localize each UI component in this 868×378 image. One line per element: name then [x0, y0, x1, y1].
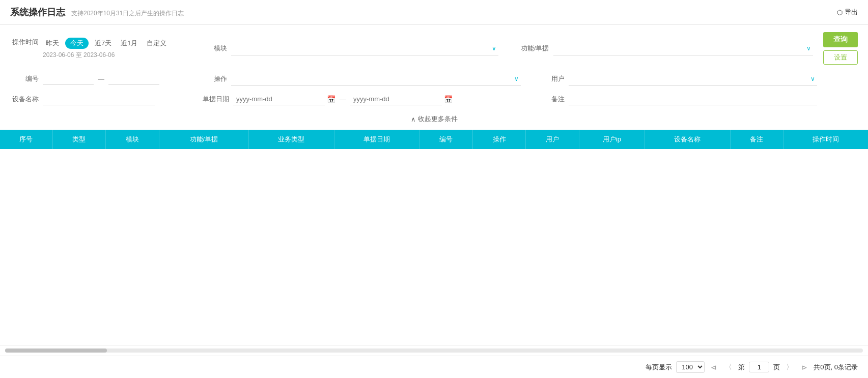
page-prev-button[interactable]: 〈 — [723, 362, 734, 373]
page-subtitle: 支持2020年10月31日之后产生的操作日志 — [71, 9, 184, 18]
col-type: 类型 — [52, 130, 105, 149]
time-btn-1month[interactable]: 近1月 — [118, 38, 141, 49]
module-label: 模块 — [199, 44, 227, 53]
user-select[interactable]: ∨ — [569, 72, 818, 86]
export-label: 导出 — [845, 8, 858, 17]
col-remark: 备注 — [730, 130, 783, 149]
empty-area — [0, 149, 868, 312]
col-index: 序号 — [0, 130, 52, 149]
filter-section: 操作时间 昨天 今天 近7天 近1月 自定义 2023-06-06 至 2023… — [0, 25, 868, 130]
filter-row-3: 设备名称 单据日期 📅 — 📅 备注 — [10, 93, 858, 105]
time-buttons-group: 昨天 今天 近7天 近1月 自定义 — [43, 38, 170, 49]
device-label: 设备名称 — [10, 95, 39, 104]
col-func: 功能/单据 — [159, 130, 248, 149]
filter-row-2: 编号 — 操作 ∨ 用户 ∨ — [10, 72, 858, 86]
date-dash: — — [340, 96, 346, 103]
remark-input[interactable] — [569, 93, 818, 105]
module-arrow-icon: ∨ — [492, 45, 496, 52]
func-arrow-icon: ∨ — [806, 45, 811, 52]
page-unit: 页 — [773, 363, 780, 372]
filter-row-1: 操作时间 昨天 今天 近7天 近1月 自定义 2023-06-06 至 2023… — [10, 32, 858, 65]
scrollbar-area — [0, 345, 868, 356]
date-range-display: 2023-06-06 至 2023-06-06 — [43, 51, 170, 60]
operation-arrow-icon: ∨ — [514, 75, 519, 82]
user-arrow-icon: ∨ — [810, 75, 815, 82]
operation-label: 操作 — [199, 74, 227, 83]
voucher-date-to[interactable] — [350, 93, 442, 105]
settings-button[interactable]: 设置 — [823, 50, 858, 65]
calendar-from-icon[interactable]: 📅 — [327, 95, 335, 103]
per-page-label: 每页显示 — [646, 363, 672, 372]
per-page-select[interactable]: 100 50 200 — [676, 361, 705, 373]
action-buttons: 查询 设置 — [813, 32, 858, 65]
code-label: 编号 — [10, 74, 39, 83]
func-label: 功能/单据 — [514, 44, 549, 53]
data-table: 序号 类型 模块 功能/单据 业务类型 单据日期 编号 操作 用户 用户ip 设… — [0, 130, 868, 149]
remark-label: 备注 — [536, 95, 565, 104]
scrollbar-thumb[interactable] — [5, 348, 107, 353]
col-code: 编号 — [419, 130, 472, 149]
voucher-date-from[interactable] — [233, 93, 325, 105]
time-label: 操作时间 — [10, 38, 39, 47]
col-biz-type: 业务类型 — [249, 130, 334, 149]
col-operation: 操作 — [472, 130, 525, 149]
export-icon: ⬡ — [837, 9, 843, 16]
table-wrapper: 序号 类型 模块 功能/单据 业务类型 单据日期 编号 操作 用户 用户ip 设… — [0, 130, 868, 345]
col-module: 模块 — [106, 130, 159, 149]
collapse-label: 收起更多条件 — [418, 114, 458, 124]
total-info: 共0页, 0条记录 — [814, 363, 858, 372]
device-input[interactable] — [43, 93, 155, 105]
time-btn-7days[interactable]: 近7天 — [92, 38, 115, 49]
col-op-time: 操作时间 — [783, 130, 868, 149]
voucher-date-label: 单据日期 — [199, 95, 229, 104]
time-btn-today[interactable]: 今天 — [65, 38, 89, 49]
table-header-row: 序号 类型 模块 功能/单据 业务类型 单据日期 编号 操作 用户 用户ip 设… — [0, 130, 868, 149]
operation-select[interactable]: ∨ — [231, 72, 521, 86]
collapse-icon: ∧ — [411, 115, 416, 123]
export-button[interactable]: ⬡ 导出 — [837, 8, 858, 17]
col-user: 用户 — [526, 130, 579, 149]
user-label: 用户 — [536, 74, 565, 83]
page-last-button[interactable]: ⊳ — [799, 362, 809, 372]
page-label: 第 — [738, 363, 745, 372]
page-number-input[interactable] — [749, 362, 769, 372]
page-title-area: 系统操作日志 支持2020年10月31日之后产生的操作日志 — [10, 6, 184, 18]
time-btn-custom[interactable]: 自定义 — [144, 38, 170, 49]
pagination-bar: 每页显示 100 50 200 ⊲ 〈 第 页 〉 ⊳ 共0页, 0条记录 — [0, 356, 868, 378]
time-btn-yesterday[interactable]: 昨天 — [43, 38, 62, 49]
col-voucher-date: 单据日期 — [334, 130, 419, 149]
page-next-button[interactable]: 〉 — [784, 362, 795, 373]
module-select[interactable]: ∨ — [231, 41, 498, 55]
horizontal-scrollbar[interactable] — [5, 348, 863, 353]
col-user-ip: 用户ip — [579, 130, 645, 149]
code-input-to[interactable] — [108, 73, 159, 85]
page-title: 系统操作日志 — [10, 6, 65, 18]
col-device-name: 设备名称 — [645, 130, 730, 149]
collapse-button[interactable]: ∧ 收起更多条件 — [411, 114, 458, 124]
code-dash: — — [98, 75, 104, 83]
func-select[interactable]: ∨ — [553, 41, 814, 55]
page-first-button[interactable]: ⊲ — [709, 362, 719, 372]
query-button[interactable]: 查询 — [823, 32, 858, 47]
collapse-row: ∧ 收起更多条件 — [10, 112, 858, 128]
code-input-from[interactable] — [43, 73, 94, 85]
calendar-to-icon[interactable]: 📅 — [444, 95, 453, 103]
